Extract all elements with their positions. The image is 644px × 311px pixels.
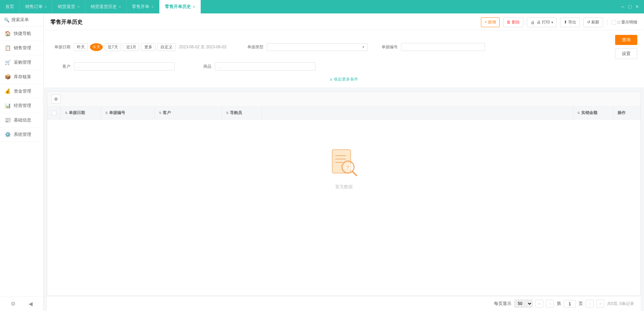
- date-btn-last-month[interactable]: 近1月: [123, 43, 140, 51]
- close-btn[interactable]: ×: [636, 4, 639, 10]
- tab-bar: 首页 销售订单 × 销货退货 × 销货退货历史 × 零售开单 × 零售开单历史 …: [0, 0, 644, 13]
- first-page-btn[interactable]: «: [535, 300, 543, 308]
- filter-client-placeholder: ...: [77, 64, 80, 69]
- search-icon: 🔍: [4, 17, 9, 22]
- tab-sales-return[interactable]: 销货退货 ×: [52, 0, 85, 13]
- next-page-btn[interactable]: ›: [586, 300, 594, 308]
- minimize-btn[interactable]: –: [621, 4, 624, 10]
- th-num[interactable]: ⇅ 单据编号: [101, 107, 155, 119]
- tab-home[interactable]: 首页: [0, 0, 20, 13]
- tab-retail-open-close[interactable]: ×: [151, 5, 153, 9]
- purchase-mgmt-icon: 🛒: [5, 59, 11, 65]
- delete-button[interactable]: 🗑 删除: [503, 17, 524, 27]
- th-guide[interactable]: ⇅ 导购员: [222, 107, 262, 119]
- page-title: 零售开单历史: [50, 19, 83, 26]
- tab-retail-open-history-label: 零售开单历史: [165, 4, 191, 10]
- sidebar-collapse-btn[interactable]: ◀: [29, 301, 33, 307]
- page-input[interactable]: [564, 300, 576, 308]
- sidebar-search-label: 搜索采单: [11, 17, 29, 23]
- date-btn-custom[interactable]: 自定义: [157, 43, 176, 51]
- collapse-label: 收起更多条件: [334, 76, 358, 82]
- sys-mgmt-icon: ⚙️: [5, 132, 11, 138]
- table-settings-icon: ⚙: [54, 97, 58, 102]
- tab-sales-order-close[interactable]: ×: [45, 5, 47, 9]
- filter-row-2: 客户 ... 商品 ...: [50, 62, 637, 70]
- table-settings-btn[interactable]: ⚙: [51, 94, 61, 104]
- empty-state: ? 暂无数据: [47, 119, 640, 217]
- sort-amount-icon: ⇅: [577, 111, 580, 115]
- sidebar-item-finance[interactable]: 💰 资金管理: [0, 84, 43, 99]
- finance-icon: 💰: [5, 88, 11, 94]
- table-toolbar: ⚙: [47, 92, 640, 107]
- business-icon: 📊: [5, 103, 11, 109]
- filter-doc-type-label: 单据类型: [243, 44, 263, 50]
- header-checkbox[interactable]: [52, 111, 56, 115]
- print-button[interactable]: 🖨 🖨 打印 ▾: [527, 17, 556, 27]
- date-btn-today[interactable]: 今天: [90, 43, 103, 51]
- date-btn-group: 昨天 今天 近7天 近1月 更多 自定义: [74, 43, 176, 51]
- filter-doc-type-select[interactable]: ▾: [267, 43, 367, 51]
- tab-sales-return-history[interactable]: 销货退货历史 ×: [85, 0, 127, 13]
- settings-set-button[interactable]: 设置: [615, 48, 637, 59]
- sidebar-item-sales-mgmt-label: 销售管理: [14, 45, 31, 51]
- sort-num-icon: ⇅: [105, 111, 108, 115]
- sidebar-item-sys-mgmt-label: 系统管理: [14, 132, 31, 138]
- sidebar-item-purchase-mgmt[interactable]: 🛒 采购管理: [0, 55, 43, 70]
- th-client[interactable]: ⇅ 客户: [155, 107, 222, 119]
- sidebar: 🔍 搜索采单 🏠 快捷导航 📋 销售管理 🛒 采购管理 📦 库存核算 💰 资金管…: [0, 13, 44, 311]
- sidebar-item-finance-label: 资金管理: [14, 88, 31, 94]
- query-button[interactable]: 查询: [615, 35, 637, 45]
- display-detail-label: □ 显示明细: [617, 19, 637, 25]
- main-content: 零售开单历史 + 新增 🗑 删除 🖨 🖨 打印 ▾ ⬆ 导出 ↺ 刷新 □ 显示…: [44, 13, 644, 311]
- display-detail-checkbox[interactable]: [611, 20, 616, 25]
- add-button[interactable]: + 新增: [481, 17, 500, 27]
- filter-date-label: 单据日期: [50, 44, 70, 50]
- th-checkbox: [47, 107, 61, 119]
- sidebar-item-inventory[interactable]: 📦 库存核算: [0, 70, 43, 84]
- filter-goods-select[interactable]: ...: [215, 62, 315, 70]
- th-date[interactable]: ⇅ 单据日期: [61, 107, 101, 119]
- last-page-btn[interactable]: »: [596, 300, 604, 308]
- print-label: 🖨 打印: [537, 19, 550, 25]
- sidebar-item-sys-mgmt[interactable]: ⚙️ 系统管理: [0, 127, 43, 142]
- query-settings-group: 查询 设置: [615, 35, 637, 59]
- tab-retail-open-history[interactable]: 零售开单历史 ×: [159, 0, 201, 13]
- sidebar-settings-btn[interactable]: ⚙: [11, 301, 15, 307]
- display-detail-btn[interactable]: □ 显示明细: [611, 19, 637, 25]
- date-btn-more[interactable]: 更多: [141, 43, 155, 51]
- tab-sales-order[interactable]: 销售订单 ×: [20, 0, 52, 13]
- filter-doc-num-input[interactable]: [401, 43, 485, 51]
- th-guide-label: 导购员: [230, 110, 242, 116]
- per-page-select[interactable]: 50 10 20 100: [514, 300, 533, 308]
- date-btn-yesterday[interactable]: 昨天: [74, 43, 88, 51]
- date-btn-last7[interactable]: 近7天: [105, 43, 121, 51]
- sidebar-search[interactable]: 🔍 搜索采单: [0, 13, 43, 27]
- maximize-btn[interactable]: □: [628, 4, 632, 10]
- basic-info-icon: 📰: [5, 117, 11, 123]
- prev-page-btn[interactable]: ‹: [546, 300, 554, 308]
- tab-sales-return-label: 销货退货: [58, 4, 75, 10]
- sidebar-item-sales-mgmt[interactable]: 📋 销售管理: [0, 41, 43, 55]
- th-num-label: 单据编号: [109, 110, 125, 116]
- filter-client-select[interactable]: ...: [74, 62, 175, 70]
- sidebar-item-business[interactable]: 📊 经营管理: [0, 99, 43, 113]
- tab-sales-return-history-close[interactable]: ×: [119, 5, 121, 9]
- sidebar-item-basic-info[interactable]: 📰 基础信息: [0, 113, 43, 127]
- pagination-bar: 每页显示 50 10 20 100 « ‹ 第 页 › » 共0页, 0条记录: [47, 296, 641, 311]
- th-date-label: 单据日期: [69, 110, 85, 116]
- collapse-btn[interactable]: ∧ 收起更多条件: [330, 75, 358, 84]
- empty-text: 暂无数据: [335, 184, 353, 190]
- filter-date-range: 2023-06-02 至 2023-06-02: [179, 44, 226, 50]
- export-button[interactable]: ⬆ 导出: [560, 17, 580, 27]
- total-text: 共0页, 0条记录: [607, 301, 634, 307]
- tab-sales-return-history-label: 销货退货历史: [91, 4, 117, 10]
- tab-retail-open-history-close[interactable]: ×: [193, 5, 195, 9]
- refresh-button[interactable]: ↺ 刷新: [583, 17, 603, 27]
- filter-goods-label: 商品: [191, 64, 211, 69]
- tab-retail-open[interactable]: 零售开单 ×: [127, 0, 159, 13]
- sidebar-item-quick-nav[interactable]: 🏠 快捷导航: [0, 27, 43, 41]
- tab-sales-return-close[interactable]: ×: [77, 5, 79, 9]
- page-unit: 页: [579, 301, 583, 307]
- th-amount[interactable]: ⇅ 实销金额: [573, 107, 613, 119]
- per-page-label: 每页显示: [494, 301, 511, 307]
